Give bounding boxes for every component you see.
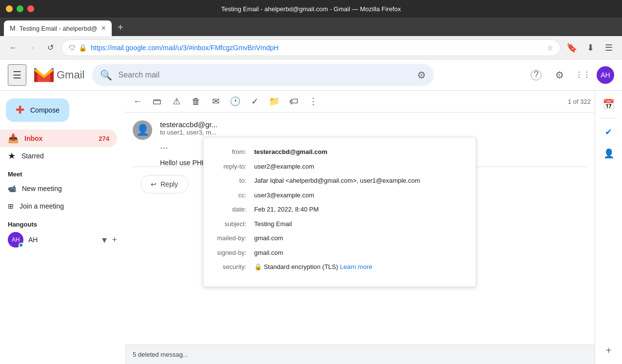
apps-icon: ⋮⋮ (575, 70, 591, 79)
subject-value: Testing Email (254, 219, 464, 229)
sidebar-item-inbox[interactable]: 📥 Inbox 274 (0, 130, 117, 147)
contacts-icon: 👤 (603, 148, 614, 159)
sidebar-item-new-meeting[interactable]: 📹 New meeting (0, 180, 117, 197)
spam-button[interactable]: ⚠ (168, 93, 185, 110)
email-view: ← 🗃 ⚠ 🗑 ✉ 🕐 ✓ (125, 91, 595, 364)
forward-button[interactable]: → (24, 40, 39, 55)
browser-title: Testing Email - ahelperbd@gmail.com - Gm… (45, 5, 577, 13)
sender-avatar: 👤 (133, 120, 152, 140)
new-meeting-label: New meeting (22, 185, 62, 192)
hangouts-user-item[interactable]: AH AH ▾ + (0, 230, 125, 249)
mailed-by-label: mailed-by: (215, 233, 254, 243)
inbox-label: Inbox (24, 134, 93, 142)
avatar-icon: 👤 (136, 124, 149, 136)
search-bar[interactable]: 🔍 ⚙ (92, 64, 434, 86)
browser-tab-active[interactable]: M Testing Email - ahelperbd@ × (4, 20, 112, 36)
forward-icon: → (28, 43, 36, 52)
mark-unread-button[interactable]: ✉ (207, 93, 224, 110)
meet-section-title: Meet (0, 165, 125, 180)
bookmark-icon: ☆ (547, 44, 553, 52)
user-avatar[interactable]: AH (597, 66, 614, 84)
done-button[interactable]: ✓ (246, 93, 263, 110)
address-bar[interactable]: 🛡 🔒 https://mail.google.com/mail/u/3/#in… (61, 39, 561, 56)
settings-button[interactable]: ⚙ (550, 65, 569, 85)
sender-name: testeraccbd@gr... (160, 120, 587, 129)
compose-button[interactable]: ✚ Compose (6, 98, 69, 122)
add-icon: + (606, 345, 612, 356)
detail-row-date: date: Feb 21, 2022, 8:40 PM (215, 205, 464, 214)
learn-more-link[interactable]: Learn more (340, 263, 372, 270)
back-arrow-icon: ← (133, 96, 142, 107)
label-button[interactable]: 🏷 (285, 93, 302, 110)
gmail-logo-text: Gmail (57, 69, 84, 81)
refresh-button[interactable]: ↺ (43, 40, 58, 55)
search-input[interactable] (118, 71, 411, 79)
detail-row-reply-to: reply-to: user2@example.com (215, 162, 464, 172)
tasks-icon-button[interactable]: ✔ (599, 122, 619, 142)
inbox-count: 274 (99, 135, 109, 142)
more-actions-button[interactable]: ⋮ (304, 93, 322, 110)
add-app-button[interactable]: + (599, 341, 619, 360)
snooze-button[interactable]: 🕐 (226, 93, 244, 110)
tab-title: Testing Email - ahelperbd@ (20, 25, 98, 32)
detail-row-from: from: testeraccbd@gmail.com (215, 147, 464, 157)
video-icon: 📹 (8, 185, 16, 192)
reply-button[interactable]: ↩ Reply (140, 175, 188, 193)
contacts-icon-button[interactable]: 👤 (599, 144, 619, 163)
move-button[interactable]: 📁 (265, 93, 283, 110)
security-value: 🔒 Standard encryption (TLS) Learn more (254, 262, 464, 272)
email-toolbar: ← 🗃 ⚠ 🗑 ✉ 🕐 ✓ (125, 91, 595, 113)
refresh-icon: ↺ (47, 43, 54, 52)
minimize-button[interactable] (6, 5, 13, 12)
bookmarks-button[interactable]: 🔖 (564, 40, 579, 55)
shield-icon: 🛡 (69, 44, 76, 52)
browser-titlebar: Testing Email - ahelperbd@gmail.com - Gm… (0, 0, 622, 18)
back-icon: ← (9, 43, 17, 52)
detail-row-signed-by: signed-by: gmail.com (215, 248, 464, 258)
gmail-m-icon (34, 68, 54, 82)
date-label: date: (215, 205, 254, 214)
archive-icon: 🗃 (153, 96, 161, 107)
hamburger-menu[interactable]: ☰ (8, 64, 26, 86)
gmail-logo: Gmail (34, 68, 84, 82)
help-button[interactable]: ? (526, 65, 546, 85)
add-hangout-icon[interactable]: ▾ (102, 234, 107, 246)
unread-icon: ✉ (212, 96, 220, 107)
back-button[interactable]: ← (6, 40, 20, 55)
reply-arrow-icon: ↩ (151, 180, 157, 188)
new-hangout-icon[interactable]: + (112, 235, 117, 245)
maximize-button[interactable] (17, 5, 23, 12)
archive-button[interactable]: 🗃 (148, 93, 166, 110)
calendar-icon: 📅 (602, 98, 615, 110)
delete-button[interactable]: 🗑 (187, 93, 205, 110)
download-button[interactable]: ⬇ (583, 40, 598, 55)
from-label: from: (215, 147, 254, 157)
online-indicator (19, 243, 23, 248)
from-value: testeraccbd@gmail.com (254, 147, 464, 157)
sidebar-item-starred[interactable]: ★ Starred (0, 147, 117, 165)
to-label: to: (215, 176, 254, 186)
tab-close-button[interactable]: × (101, 24, 106, 33)
email-content: 👤 testeraccbd@gr... to user1, user3, m..… (125, 113, 595, 345)
search-icon: 🔍 (100, 69, 112, 81)
browser-addressbar: ← → ↺ 🛡 🔒 https://mail.google.com/mail/u… (0, 36, 622, 59)
back-to-inbox-button[interactable]: ← (129, 93, 146, 110)
delete-icon: 🗑 (192, 96, 201, 107)
menu-button[interactable]: ☰ (602, 40, 616, 55)
deleted-messages-bar: 5 deleted messag... (125, 345, 595, 364)
new-tab-button[interactable]: + (114, 20, 127, 34)
close-button[interactable] (27, 5, 34, 12)
sidebar-item-join-meeting[interactable]: ⊞ Join a meeting (0, 197, 117, 215)
right-sidebar: 📅 ✔ 👤 + (595, 91, 622, 364)
detail-row-subject: subject: Testing Email (215, 219, 464, 229)
lock-icon: 🔒 (79, 44, 87, 52)
security-text: Standard encryption (TLS) (264, 263, 338, 270)
gmail-header: ☰ Gmail 🔍 ⚙ (0, 59, 622, 91)
tab-favicon: M (10, 24, 16, 32)
apps-button[interactable]: ⋮⋮ (573, 65, 593, 85)
reply-label: Reply (161, 180, 178, 188)
search-options-icon[interactable]: ⚙ (417, 69, 426, 81)
calendar-icon-button[interactable]: 📅 (599, 95, 619, 114)
snooze-icon: 🕐 (230, 96, 241, 107)
compose-label: Compose (30, 106, 60, 114)
